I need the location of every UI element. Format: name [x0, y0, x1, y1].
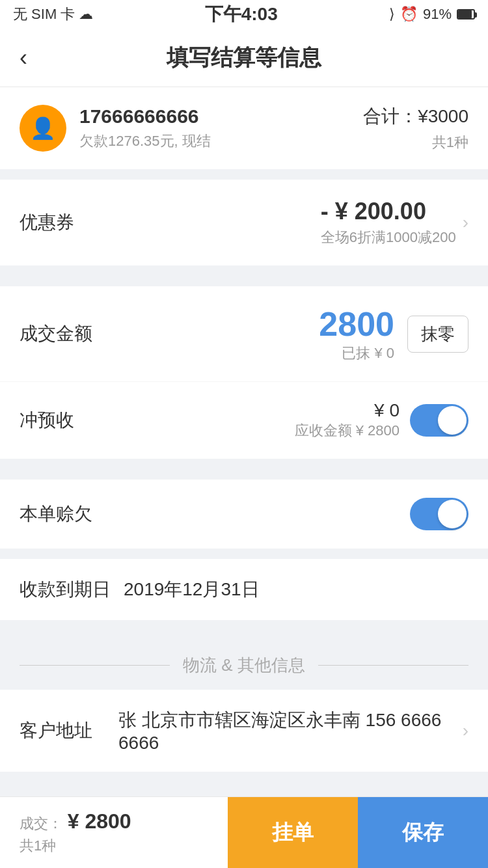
nav-bar: ‹ 填写结算等信息	[0, 29, 488, 87]
logistics-text: 物流 & 其他信息	[183, 654, 305, 677]
status-left: 无 SIM 卡 ☁	[13, 5, 93, 24]
user-info: 17666666666 欠款1276.35元, 现结	[79, 105, 211, 151]
form-section: 成交金额 2800 已抹 ¥ 0 抹零 冲预收 ¥ 0 应收金额 ¥ 2800	[0, 286, 488, 459]
amount-sub: 已抹 ¥ 0	[319, 344, 394, 363]
debit-toggle[interactable]	[410, 498, 468, 530]
address-label: 客户地址	[20, 718, 92, 743]
divider-line-left	[20, 665, 170, 666]
amount-value: 2800 已抹 ¥ 0	[319, 305, 394, 363]
address-value: 张 北京市市辖区海淀区永丰南 156 6666 6666	[118, 708, 450, 753]
user-total: 合计：¥3000 共1种	[363, 104, 468, 152]
bottom-bar: 成交： ¥ 2800 共1种 挂单 保存	[0, 796, 488, 868]
avatar: 👤	[20, 105, 66, 152]
debit-toggle-knob	[438, 500, 467, 528]
debit-label: 本单赊欠	[20, 502, 92, 526]
user-debt: 欠款1276.35元, 现结	[79, 131, 211, 151]
chevron-right-icon: ›	[463, 212, 468, 233]
debit-section: 本单赊欠	[0, 480, 488, 549]
battery-level: 91%	[423, 6, 452, 23]
amount-right: 2800 已抹 ¥ 0 抹零	[319, 305, 468, 363]
prepay-toggle[interactable]	[410, 404, 468, 437]
item-count: 共1种	[363, 133, 468, 152]
save-button[interactable]: 保存	[358, 797, 488, 869]
sim-signal: 无 SIM 卡 ☁	[13, 5, 93, 24]
hang-button[interactable]: 挂单	[228, 797, 358, 869]
status-right: ⟩ ⏰ 91%	[389, 6, 475, 23]
user-left: 👤 17666666666 欠款1276.35元, 现结	[20, 105, 211, 152]
prepay-label: 冲预收	[20, 408, 74, 433]
coupon-label: 优惠券	[20, 210, 74, 235]
logistics-divider: 物流 & 其他信息	[0, 641, 488, 690]
bottom-label: 成交：	[20, 815, 62, 832]
bottom-count: 共1种	[20, 836, 208, 856]
prepay-sub: 应收金额 ¥ 2800	[295, 421, 400, 441]
bottom-amount: ¥ 2800	[68, 809, 131, 833]
amount-big: 2800	[319, 305, 394, 344]
alarm-icon: ⏰	[400, 6, 418, 23]
toggle-knob	[438, 406, 467, 435]
avatar-icon: 👤	[30, 116, 56, 141]
section-divider-3	[0, 631, 488, 641]
date-label: 收款到期日	[20, 577, 111, 602]
coupon-desc: 全场6折满1000减200	[321, 228, 456, 247]
status-bar: 无 SIM 卡 ☁ 下午4:03 ⟩ ⏰ 91%	[0, 0, 488, 29]
address-chevron-icon: ›	[463, 720, 468, 741]
divider-line-right	[318, 665, 468, 666]
prepay-row: 冲预收 ¥ 0 应收金额 ¥ 2800	[0, 382, 488, 459]
bottom-summary: 成交： ¥ 2800 共1种	[0, 809, 228, 856]
amount-label: 成交金额	[20, 321, 92, 346]
coupon-amount: - ¥ 200.00	[321, 198, 456, 225]
date-row: 收款到期日 2019年12月31日	[0, 559, 488, 620]
coupon-right: - ¥ 200.00 全场6折满1000减200 ›	[321, 198, 468, 247]
back-button[interactable]: ‹	[13, 38, 34, 78]
debit-row: 本单赊欠	[0, 480, 488, 549]
status-time: 下午4:03	[205, 2, 278, 27]
section-divider-2	[0, 469, 488, 480]
page-title: 填写结算等信息	[167, 43, 321, 73]
location-icon: ⟩	[389, 6, 395, 23]
prepay-values: ¥ 0 应收金额 ¥ 2800	[295, 400, 400, 441]
content: 👤 17666666666 欠款1276.35元, 现结 合计：¥3000 共1…	[0, 87, 488, 868]
prepay-right: ¥ 0 应收金额 ¥ 2800	[295, 400, 468, 441]
date-value: 2019年12月31日	[124, 577, 260, 602]
amount-row: 成交金额 2800 已抹 ¥ 0 抹零	[0, 286, 488, 382]
round-button[interactable]: 抹零	[407, 316, 468, 353]
battery-icon	[457, 9, 475, 20]
section-divider	[0, 276, 488, 286]
total-amount: 合计：¥3000	[363, 104, 468, 129]
prepay-amount: ¥ 0	[295, 400, 400, 421]
user-phone: 17666666666	[79, 105, 211, 128]
coupon-row[interactable]: 优惠券 - ¥ 200.00 全场6折满1000减200 ›	[0, 180, 488, 265]
bottom-amount-row: 成交： ¥ 2800	[20, 809, 208, 834]
address-row[interactable]: 客户地址 张 北京市市辖区海淀区永丰南 156 6666 6666 ›	[0, 690, 488, 772]
user-card: 👤 17666666666 欠款1276.35元, 现结 合计：¥3000 共1…	[0, 87, 488, 169]
